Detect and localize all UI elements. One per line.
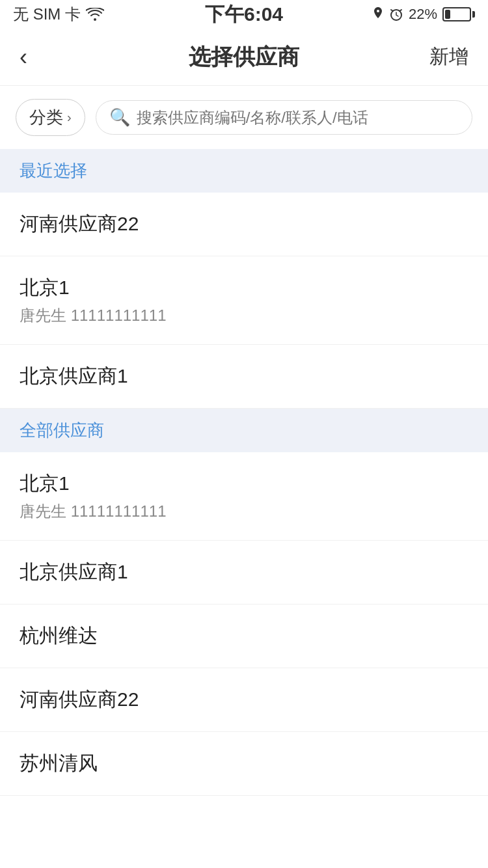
item-sub: 唐先生 11111111111 [20, 501, 468, 522]
item-name: 苏州清风 [20, 750, 468, 777]
location-icon [372, 7, 384, 21]
item-name: 北京1 [20, 470, 468, 497]
status-time: 下午6:04 [205, 1, 283, 28]
all-list-item[interactable]: 北京供应商1 [0, 541, 488, 604]
alarm-icon [389, 7, 403, 21]
wifi-icon [86, 8, 104, 21]
category-button[interactable]: 分类 › [16, 99, 85, 136]
all-list-item[interactable]: 河南供应商22 [0, 668, 488, 732]
page-title: 选择供应商 [189, 42, 299, 72]
filter-bar: 分类 › 🔍 [0, 86, 488, 149]
status-right: 22% [372, 6, 475, 23]
recent-section-header: 最近选择 [0, 149, 488, 193]
recent-list-item[interactable]: 北京供应商1 [0, 345, 488, 409]
recent-list-item[interactable]: 河南供应商22 [0, 193, 488, 256]
nav-bar: ‹ 选择供应商 新增 [0, 29, 488, 86]
status-bar: 无 SIM 卡 下午6:04 22% [0, 0, 488, 29]
search-input[interactable] [137, 109, 459, 127]
item-name: 杭州维达 [20, 623, 468, 649]
item-name: 北京供应商1 [20, 559, 468, 586]
category-label: 分类 [29, 106, 63, 129]
status-left: 无 SIM 卡 [13, 4, 104, 25]
recent-list: 河南供应商22北京1唐先生 11111111111北京供应商1 [0, 193, 488, 409]
item-sub: 唐先生 11111111111 [20, 305, 468, 326]
all-list-item[interactable]: 杭州维达 [0, 604, 488, 668]
chevron-right-icon: › [67, 110, 72, 125]
back-button[interactable]: ‹ [20, 44, 59, 71]
no-sim-text: 无 SIM 卡 [13, 4, 81, 25]
item-name: 北京供应商1 [20, 363, 468, 390]
battery-indicator [442, 7, 475, 21]
add-button[interactable]: 新增 [429, 44, 468, 70]
all-list-item[interactable]: 苏州清风 [0, 732, 488, 796]
search-box[interactable]: 🔍 [96, 100, 472, 135]
item-name: 河南供应商22 [20, 686, 468, 713]
item-name: 北京1 [20, 275, 468, 301]
all-list: 北京1唐先生 11111111111北京供应商1杭州维达河南供应商22苏州清风 [0, 452, 488, 796]
all-section-header: 全部供应商 [0, 409, 488, 452]
item-name: 河南供应商22 [20, 211, 468, 237]
recent-list-item[interactable]: 北京1唐先生 11111111111 [0, 256, 488, 345]
recent-section-label: 最近选择 [20, 161, 87, 180]
battery-percent: 22% [409, 6, 437, 23]
all-section-label: 全部供应商 [20, 420, 104, 440]
search-icon: 🔍 [109, 107, 130, 128]
all-list-item[interactable]: 北京1唐先生 11111111111 [0, 452, 488, 541]
